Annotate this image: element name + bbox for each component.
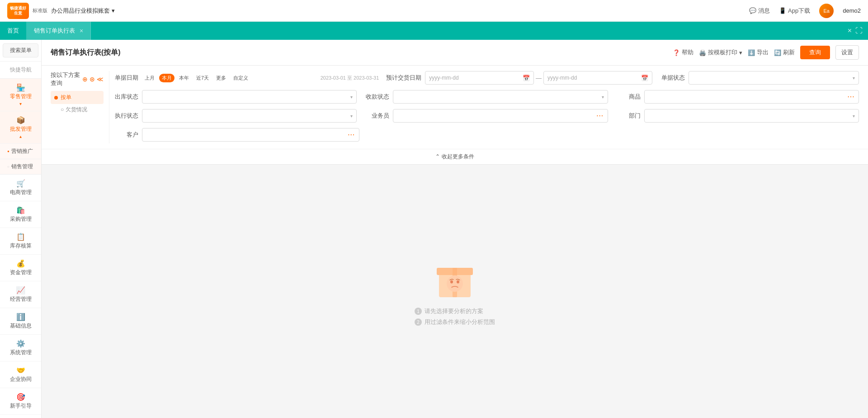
salesperson-more-icon[interactable]: ···	[597, 113, 604, 119]
add-plan-icon[interactable]: ⊕	[82, 76, 88, 83]
preset-this-year[interactable]: 本年	[176, 74, 192, 82]
filter-group-salesperson: 业务员 ···	[364, 109, 608, 123]
filter-group-exec-status: 执行状态	[113, 109, 357, 123]
help-button[interactable]: ❓ 帮助	[673, 48, 693, 57]
industry-selector[interactable]: 办公用品行业模拟账套 ▾	[51, 7, 115, 15]
preset-this-month[interactable]: 本月	[159, 74, 175, 82]
user-name[interactable]: demo2	[843, 7, 861, 14]
tab-home-label: 首页	[7, 27, 19, 35]
marketing-bullet: ●	[7, 149, 9, 153]
sidebar-search-button[interactable]: 搜索菜单	[3, 43, 38, 57]
exec-status-chevron-icon	[350, 114, 353, 119]
help-icon: ❓	[673, 49, 680, 56]
date-label: 单据日期	[113, 74, 138, 82]
filter-group-department: 部门	[615, 109, 859, 123]
purchase-icon: 🛍️	[16, 206, 25, 214]
message-label: 消息	[758, 7, 770, 15]
settings-plan-icon[interactable]: ⊛	[90, 76, 95, 83]
date-end-icon: 📅	[641, 75, 648, 81]
sidebar-item-inventory[interactable]: 📋 库存核算	[0, 228, 41, 255]
svg-point-4	[450, 280, 453, 284]
message-button[interactable]: 💬 消息	[749, 7, 770, 15]
sidebar-item-beginner-guide[interactable]: 🎯 新手引导	[0, 388, 41, 415]
refresh-icon: 🔄	[774, 49, 781, 56]
plan-dot-active	[54, 96, 58, 100]
expected-date-end-input[interactable]: yyyy-mm-dd 📅	[543, 71, 652, 85]
sidebar-item-marketing[interactable]: ● 营销推广	[0, 144, 41, 159]
sidebar-item-ecommerce[interactable]: 🛒 电商管理	[0, 175, 41, 201]
department-select[interactable]	[644, 109, 859, 123]
template-print-button[interactable]: 🖨️ 按模板打印 ▾	[699, 48, 742, 57]
sidebar-item-retail-label: 零售管理	[10, 93, 32, 100]
sidebar-item-app-center[interactable]: 📱 应用中心	[0, 415, 41, 418]
app-download-button[interactable]: 📱 App下载	[779, 7, 810, 15]
collapse-filters-button[interactable]: ⌃ 收起更多条件	[42, 149, 868, 164]
tip-text-2: 用过滤条件来缩小分析范围	[425, 318, 495, 326]
doc-status-select[interactable]	[689, 71, 859, 85]
salesperson-select[interactable]: ···	[393, 109, 608, 123]
plan-item-by-doc[interactable]: 按单	[51, 91, 104, 104]
wholesale-expand-icon: ▴	[19, 134, 22, 139]
svg-point-5	[457, 280, 459, 284]
goods-label: 商品	[615, 93, 641, 101]
window-close-button[interactable]: ×	[848, 27, 852, 35]
window-maximize-button[interactable]: ⛶	[855, 27, 863, 35]
top-nav-left: 畅捷通好生意 标准版 办公用品行业模拟账套 ▾	[7, 3, 115, 19]
plan-item-by-doc-label: 按单	[61, 94, 71, 101]
export-button[interactable]: ⬇️ 导出	[748, 48, 769, 57]
filter-plan-sidebar: 按以下方案查询 ⊕ ⊛ ≪ 按单 ○ 欠货情况	[51, 71, 109, 143]
filter-group-date: 单据日期 上月 本月 本年 近7天 更多 自定义	[113, 74, 379, 82]
sidebar-item-purchase-label: 采购管理	[10, 215, 32, 223]
query-button[interactable]: 查询	[800, 46, 830, 59]
sidebar-item-enterprise-collab-label: 企业协同	[10, 375, 32, 383]
sidebar-item-sales-mgmt[interactable]: ○ 销售管理	[0, 159, 41, 175]
plan-subitem-shortage[interactable]: ○ 欠货情况	[51, 104, 104, 115]
goods-select[interactable]: ···	[644, 90, 859, 104]
goods-more-icon[interactable]: ···	[848, 94, 855, 100]
sidebar-item-system[interactable]: ⚙️ 系统管理	[0, 335, 41, 361]
filter-row-3: 执行状态 业务员 ···	[113, 109, 859, 123]
filter-group-outbound: 出库状态	[113, 90, 357, 104]
sidebar-item-basic-info-label: 基础信息	[10, 322, 32, 330]
date-separator: —	[536, 75, 542, 81]
collection-status-label: 收款状态	[364, 93, 389, 101]
quick-dates: 上月 本月 本年 近7天 更多 自定义	[142, 74, 251, 82]
settings-button[interactable]: 设置	[835, 45, 859, 60]
collapse-plan-icon[interactable]: ≪	[97, 76, 104, 83]
tab-close-icon[interactable]: ×	[80, 27, 83, 34]
preset-last-7days[interactable]: 近7天	[193, 74, 212, 82]
export-icon: ⬇️	[748, 49, 755, 56]
customer-more-icon[interactable]: ···	[348, 132, 355, 138]
preset-custom[interactable]: 自定义	[231, 74, 251, 82]
sales-mgmt-bullet: ○	[7, 165, 9, 169]
tab-sales-exec[interactable]: 销售订单执行表 ×	[27, 22, 91, 40]
user-avatar[interactable]: Ea	[819, 4, 834, 18]
empty-tips-list: 1 请先选择要分析的方案 2 用过滤条件来缩小分析范围	[415, 307, 495, 326]
outbound-status-select[interactable]	[142, 90, 357, 104]
system-icon: ⚙️	[16, 339, 25, 348]
tab-home[interactable]: 首页	[0, 22, 27, 40]
filter-group-doc-status: 单据状态	[660, 71, 859, 85]
sidebar-item-wholesale[interactable]: 📦 批发管理 ▴	[0, 111, 41, 144]
exec-status-select[interactable]	[142, 109, 357, 123]
operations-icon: 📈	[16, 286, 25, 294]
sidebar-item-enterprise-collab[interactable]: 🤝 企业协同	[0, 361, 41, 388]
sidebar-item-ecommerce-label: 电商管理	[10, 189, 32, 196]
sidebar-item-retail[interactable]: 🏪 零售管理 ▾	[0, 79, 41, 111]
top-nav: 畅捷通好生意 标准版 办公用品行业模拟账套 ▾ 💬 消息 📱 App下载 Ea …	[0, 0, 868, 22]
tip-text-1: 请先选择要分析的方案	[425, 307, 483, 315]
sidebar-item-marketing-label: 营销推广	[11, 147, 33, 155]
expected-date-start-input[interactable]: yyyy-mm-dd 📅	[425, 71, 534, 85]
tab-window-controls: × ⛶	[842, 22, 868, 40]
sidebar-item-operations[interactable]: 📈 经营管理	[0, 281, 41, 308]
refresh-button[interactable]: 🔄 刷新	[774, 48, 795, 57]
sidebar-item-purchase[interactable]: 🛍️ 采购管理	[0, 201, 41, 228]
sidebar-item-basic-info[interactable]: ℹ️ 基础信息	[0, 308, 41, 335]
collection-status-select[interactable]	[393, 90, 608, 104]
preset-more[interactable]: 更多	[213, 74, 229, 82]
customer-select[interactable]: ···	[142, 128, 359, 142]
preset-last-month[interactable]: 上月	[142, 74, 157, 82]
sidebar-item-finance[interactable]: 💰 资金管理	[0, 255, 41, 281]
quick-nav-label[interactable]: 快捷导航	[3, 64, 38, 76]
wholesale-submenu: ● 营销推广 ○ 销售管理	[0, 144, 41, 175]
